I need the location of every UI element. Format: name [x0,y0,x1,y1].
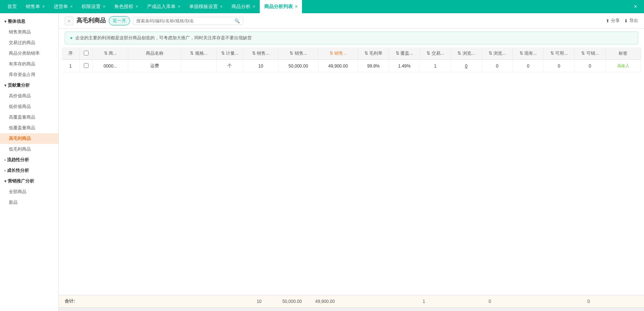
footer-trade: 1 [407,299,440,304]
nav-purchase-order[interactable]: 进货单 × [49,0,77,13]
time-filter-month[interactable]: 近一月 [109,16,130,25]
footer-empty-2 [111,299,144,304]
col-header-sales-qty[interactable]: ⇅ 销售... [243,47,278,60]
sidebar-item-category-rate[interactable]: 商品分类助销率 [0,48,58,59]
sidebar-item-low-margin[interactable]: 低毛利商品 [0,144,58,155]
cell-spec [181,60,216,72]
sidebar-item-traded-goods[interactable]: 交易过的商品 [0,37,58,48]
sidebar-item-stocked-goods[interactable]: 有库存的商品 [0,59,58,69]
arrow-icon: ▾ [4,19,6,23]
footer-empty-11 [605,299,638,304]
nav-close-sales-order[interactable]: × [42,4,45,9]
col-header-code[interactable]: ⇅ 商... [93,47,128,60]
nav-product-analysis[interactable]: 商品分析 × [227,0,260,13]
cell-code: 0000... [93,60,128,72]
cell-checkbox[interactable] [79,60,93,72]
window-close-button[interactable]: × [630,1,641,12]
col-header-index[interactable]: 序 [62,47,79,60]
sidebar-item-low-value[interactable]: 低价值商品 [0,101,58,112]
arrow-icon-4: › [4,169,6,173]
nav-home[interactable]: 首页 [3,0,21,13]
cell-sales-qty: 10 [243,60,278,72]
col-header-unit[interactable]: ⇅ 计量... [216,47,243,60]
sidebar-item-stock-capital[interactable]: 库存资金占用 [0,69,58,80]
footer-empty-7 [374,299,407,304]
cell-trade: 1 [420,60,451,72]
col-header-sellable[interactable]: ⇅ 可销... [575,47,605,60]
col-header-browse2[interactable]: ⇅ 浏览... [482,47,512,60]
cell-browse2: 0 [482,60,512,72]
sidebar-item-low-coverage[interactable]: 低覆盖量商品 [0,123,58,133]
nav-close-finished-goods[interactable]: × [178,4,180,9]
sidebar-item-sales-goods[interactable]: 销售类商品 [0,27,58,37]
sidebar: ▾ 整体信息 销售类商品 交易过的商品 商品分类助销率 有库存的商品 库存资金占… [0,13,59,311]
share-button[interactable]: ⬆ 分享 [606,18,620,24]
sidebar-group-flow[interactable]: › 流趋性分析 [0,155,58,165]
nav-role-auth[interactable]: 角色授权 × [110,0,143,13]
header-actions: ⬆ 分享 ⬇ 导出 [606,18,638,24]
col-header-trade[interactable]: ⇅ 交易... [420,47,451,60]
arrow-icon-5: ▾ [4,179,6,183]
col-header-browse1[interactable]: ⇅ 浏览... [451,47,482,60]
footer-empty-6 [342,299,375,304]
sidebar-group-overall-info[interactable]: ▾ 整体信息 [0,16,58,27]
sidebar-item-new-goods[interactable]: 新品 [0,197,58,208]
col-header-stock[interactable]: ⇅ 现有... [512,47,543,60]
footer-sales-cost: 49,900.00 [309,299,342,304]
cell-tag: 高收入 [605,60,641,72]
row-checkbox[interactable] [84,63,89,68]
cell-unit: 个 [216,60,243,72]
nav-close-permission-settings[interactable]: × [103,4,105,9]
cell-avail: 0 [544,60,575,72]
footer-label: 合计: [65,298,75,304]
search-input[interactable] [136,18,234,23]
col-header-sales-amount[interactable]: ⇅ 销售... [278,47,318,60]
col-header-sales-cost[interactable]: ⇅ 销售... [318,47,358,60]
share-icon: ⬆ [606,18,609,23]
sidebar-group-contribution[interactable]: ▾ 贡献量分析 [0,80,58,91]
sidebar-item-high-coverage[interactable]: 高覆盖量商品 [0,112,58,123]
sidebar-item-all-goods[interactable]: 全部商品 [0,187,58,197]
col-header-name[interactable]: 商品名称 [128,47,181,60]
top-navigation: 首页 销售单 × 进货单 × 权限设置 × 角色授权 × 产成品入库单 × 单据… [0,0,644,13]
arrow-icon-2: ▾ [4,83,6,87]
nav-close-product-analysis[interactable]: × [253,4,255,9]
browse1-link[interactable]: 0 [465,64,468,69]
col-header-margin-rate[interactable]: ⇅ 毛利率 [358,47,389,60]
nav-close-doc-template[interactable]: × [220,4,223,9]
sidebar-item-high-value[interactable]: 高价值商品 [0,91,58,101]
select-all-checkbox[interactable] [84,51,89,55]
search-box[interactable]: 🔍 [133,17,243,25]
table-header-row: 序 ⇅ 商... 商品名称 ⇅ 规格... [62,47,641,60]
nav-sales-order[interactable]: 销售单 × [21,0,49,13]
col-header-coverage[interactable]: ⇅ 覆盖... [389,47,420,60]
footer-empty-10 [539,299,572,304]
collapse-sidebar-button[interactable]: « [65,17,73,25]
footer-empty-5 [210,299,243,304]
footer-cells: 10 50,000.00 49,900.00 1 0 0 [78,299,638,304]
col-header-spec[interactable]: ⇅ 规格... [181,47,216,60]
footer-empty-8 [440,299,474,304]
search-icon[interactable]: 🔍 [234,18,240,23]
nav-close-purchase-order[interactable]: × [70,4,73,9]
col-header-avail[interactable]: ⇅ 可用... [544,47,575,60]
nav-finished-goods[interactable]: 产成品入库单 × [143,0,185,13]
col-header-tag[interactable]: 标签 [605,47,641,60]
nav-close-role-auth[interactable]: × [136,4,138,9]
nav-product-analysis-list[interactable]: 商品分析列表 × [260,0,302,13]
sidebar-group-marketing[interactable]: ▾ 营销推广分析 [0,176,58,187]
col-header-checkbox[interactable] [79,47,93,60]
sidebar-group-growth[interactable]: › 成长性分析 [0,165,58,176]
export-icon: ⬇ [624,18,628,23]
nav-close-product-analysis-list[interactable]: × [295,4,298,9]
table-container[interactable]: 序 ⇅ 商... 商品名称 ⇅ 规格... [59,47,644,295]
cell-stock: 0 [512,60,543,72]
arrow-icon-3: › [4,158,6,162]
nav-permission-settings[interactable]: 权限设置 × [77,0,110,13]
cell-sales-amount: 50,000.00 [278,60,318,72]
nav-doc-template[interactable]: 单据模板设置 × [185,0,227,13]
cell-browse1[interactable]: 0 [451,60,482,72]
export-button[interactable]: ⬇ 导出 [624,18,638,24]
horizontal-scrollbar[interactable] [59,307,644,311]
sidebar-item-high-margin[interactable]: 高毛利商品 [0,133,58,144]
